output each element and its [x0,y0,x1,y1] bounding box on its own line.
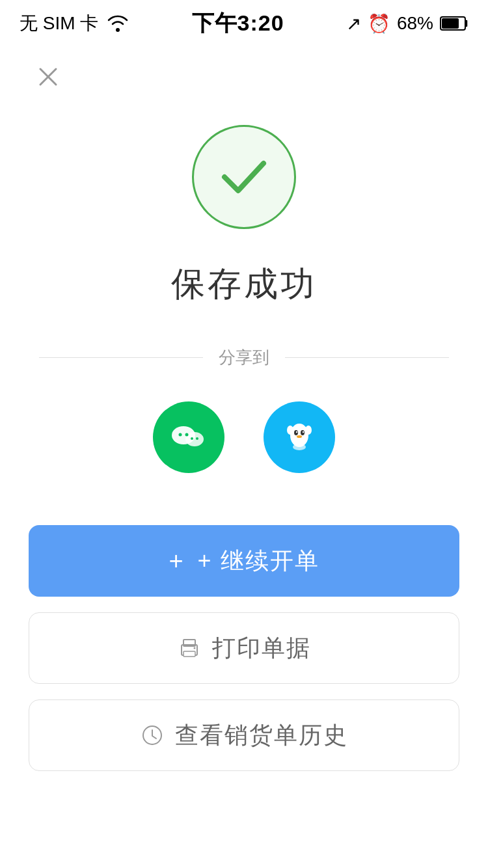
divider-line-right [285,357,449,358]
svg-point-12 [294,430,298,435]
print-button[interactable]: 打印单据 [29,612,459,684]
action-buttons: + + 继续开单 打印单据 查看销货单历史 [0,525,488,771]
share-divider: 分享到 [0,346,488,369]
location-icon: ↗ [346,13,361,34]
svg-point-8 [191,437,193,440]
svg-point-18 [305,426,312,435]
svg-point-22 [194,647,196,649]
close-button[interactable] [29,57,68,96]
svg-rect-1 [442,18,459,29]
qq-icon [279,417,319,457]
svg-point-11 [293,444,306,450]
history-icon [140,723,165,748]
battery-percentage: 68% [397,13,433,34]
success-title: 保存成功 [171,262,317,307]
status-bar-time: 下午3:20 [192,8,284,38]
status-bar-left: 无 SIM 卡 [20,11,129,36]
carrier-text: 无 SIM 卡 [20,11,98,36]
battery-icon [440,16,468,31]
svg-point-6 [179,433,182,437]
continue-order-button[interactable]: + + 继续开单 [29,525,459,597]
svg-point-14 [296,431,297,433]
svg-point-15 [303,431,304,433]
share-icons [153,401,335,473]
svg-point-13 [301,430,305,435]
success-circle [192,125,296,229]
qq-share-button[interactable] [264,401,335,473]
main-content: 保存成功 分享到 [0,47,488,771]
history-label: 查看销货单历史 [175,720,348,752]
continue-label: + 继续开单 [198,545,319,577]
checkmark-icon [215,148,273,206]
print-label: 打印单据 [212,632,311,664]
wechat-share-button[interactable] [153,401,224,473]
wechat-icon [169,417,209,457]
svg-point-9 [196,437,198,440]
status-bar: 无 SIM 卡 下午3:20 ↗ ⏰ 68% [0,0,488,47]
alarm-icon: ⏰ [368,13,390,34]
svg-point-17 [287,426,293,435]
continue-icon: + [169,547,184,575]
print-icon [177,636,202,660]
svg-point-7 [185,433,189,437]
svg-point-16 [297,435,302,438]
divider-line-left [39,357,203,358]
wifi-icon [106,15,129,32]
history-button[interactable]: 查看销货单历史 [29,699,459,771]
svg-rect-20 [183,651,195,657]
share-label: 分享到 [219,346,269,369]
status-bar-right: ↗ ⏰ 68% [346,13,468,34]
